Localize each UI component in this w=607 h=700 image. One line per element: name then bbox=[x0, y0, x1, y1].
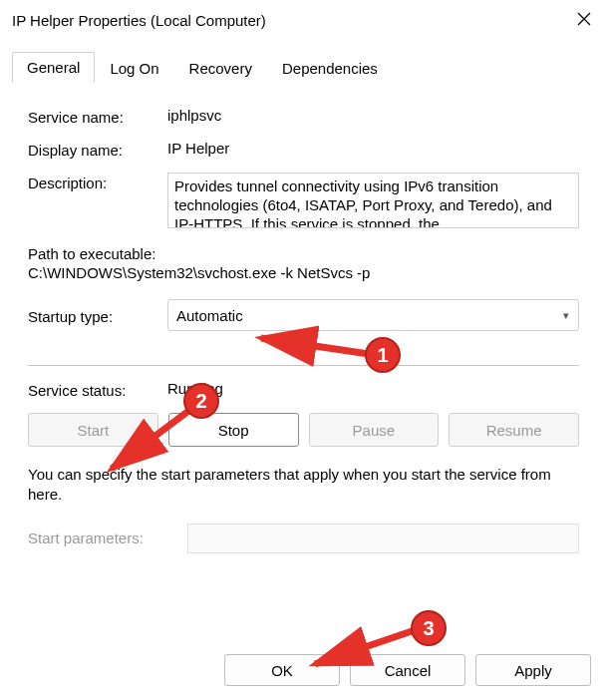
annotation-callout-2: 2 bbox=[183, 383, 219, 419]
svg-line-4 bbox=[315, 630, 415, 664]
annotation-arrow-3 bbox=[0, 0, 607, 700]
annotation-callout-1: 1 bbox=[365, 337, 401, 373]
annotation-callout-3: 3 bbox=[411, 610, 447, 646]
